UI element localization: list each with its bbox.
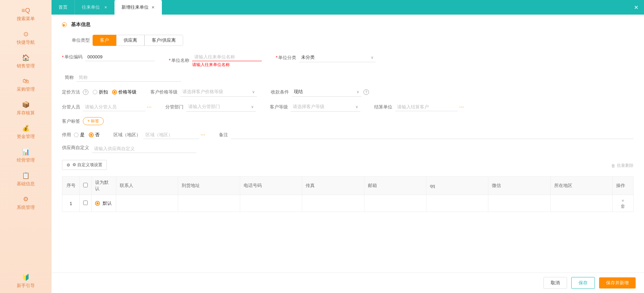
payment-terms-select[interactable]: 现结 ∨ bbox=[292, 87, 361, 97]
purchase-icon: 🛍 bbox=[23, 78, 29, 85]
custom-settings-btn[interactable]: ⚙ ⚙ 自定义项设置 bbox=[62, 160, 107, 170]
row-contact[interactable] bbox=[116, 195, 178, 212]
short-name-input[interactable] bbox=[77, 73, 181, 82]
customer-price-level-chevron: ∨ bbox=[252, 90, 255, 94]
tab-bar: 首页 往来单位 ✕ 新增往来单位 ✕ ✕ bbox=[52, 0, 644, 15]
disabled-radio-group: 是 否 bbox=[74, 132, 100, 138]
customer-level-select[interactable]: 请选择客户等级 ∨ bbox=[291, 102, 360, 112]
row-add-btn[interactable]: + bbox=[620, 198, 626, 203]
required-star-name: * bbox=[169, 58, 171, 63]
payment-help-icon[interactable]: ? bbox=[363, 89, 369, 95]
col-checkbox bbox=[80, 177, 92, 195]
form-content: ▶ 基本信息 单位类型 客户 供应离 客户/供应离 * 单位编码 bbox=[52, 15, 644, 272]
settlement-unit-input[interactable] bbox=[395, 103, 458, 111]
supplier-custom-input[interactable] bbox=[92, 145, 196, 153]
system-icon: ⚙ bbox=[23, 195, 29, 203]
type-btn-customer[interactable]: 客户 bbox=[93, 35, 116, 46]
tab-contacts[interactable]: 往来单位 ✕ bbox=[75, 0, 115, 15]
row-checkbox-input[interactable] bbox=[83, 201, 88, 205]
row-email[interactable] bbox=[364, 195, 426, 212]
quick-nav-icon: ⊙ bbox=[23, 30, 29, 38]
sidebar-item-system[interactable]: ⚙ 系统管理 bbox=[0, 191, 52, 215]
select-all-checkbox[interactable] bbox=[83, 183, 88, 187]
sidebar-item-operations[interactable]: 📊 经营管理 bbox=[0, 144, 52, 168]
row-phone-input[interactable] bbox=[244, 200, 298, 207]
sidebar-item-sales[interactable]: 🏠 销售管理 bbox=[0, 50, 52, 73]
radio-price-level[interactable]: 价格等级 bbox=[112, 89, 136, 95]
remark-input[interactable] bbox=[231, 131, 634, 139]
supervisor-input[interactable] bbox=[83, 103, 146, 111]
row-seq: 1 bbox=[62, 195, 80, 212]
unit-category-value: 未分类 bbox=[301, 54, 315, 60]
sidebar-item-quick-nav[interactable]: ⊙ 快捷导航 bbox=[0, 26, 52, 50]
supervisor-label: 分管人员 bbox=[62, 104, 80, 110]
radio-no-dot bbox=[90, 134, 92, 136]
row-qq[interactable] bbox=[426, 195, 488, 212]
row-delete-btn[interactable]: 🗑 bbox=[619, 203, 627, 209]
radio-discount-circle bbox=[93, 90, 97, 95]
settlement-unit-more-btn[interactable]: ··· bbox=[459, 104, 464, 110]
save-button[interactable]: 保存 bbox=[571, 277, 595, 289]
customer-price-level-label: 客户价格等级 bbox=[150, 89, 178, 95]
row-fax-input[interactable] bbox=[306, 200, 360, 207]
customer-price-level-select[interactable]: 请选择客户价格等级 ∨ bbox=[180, 87, 257, 97]
pricing-label: 定价方法 bbox=[62, 89, 80, 95]
add-tag-btn[interactable]: + 标签 bbox=[83, 117, 104, 125]
row-address-input[interactable] bbox=[182, 200, 236, 207]
required-star-category: * bbox=[276, 55, 277, 60]
type-btn-both[interactable]: 客户/供应离 bbox=[144, 35, 183, 46]
cancel-button[interactable]: 取消 bbox=[543, 277, 567, 289]
dept-select[interactable]: 请输入分管部门 ∨ bbox=[186, 102, 256, 112]
region-input[interactable] bbox=[143, 131, 199, 139]
sidebar-item-newbie[interactable]: 🔰 新手引导 bbox=[0, 269, 52, 293]
region-more-btn[interactable]: ··· bbox=[201, 132, 205, 138]
row-region[interactable] bbox=[550, 195, 612, 212]
unit-code-input[interactable] bbox=[85, 53, 155, 61]
row-default-dot bbox=[96, 202, 99, 204]
tab-bar-close-all[interactable]: ✕ bbox=[634, 4, 644, 11]
col-fax: 传真 bbox=[302, 177, 364, 195]
sidebar-item-purchase[interactable]: 🛍 采购管理 bbox=[0, 73, 52, 97]
supervisor-more-btn[interactable]: ··· bbox=[147, 104, 151, 110]
unit-category-select[interactable]: 未分类 ∨ bbox=[299, 53, 376, 62]
radio-no[interactable]: 否 bbox=[89, 132, 100, 138]
tab-new-contact-close[interactable]: ✕ bbox=[151, 5, 155, 10]
tab-home[interactable]: 首页 bbox=[52, 0, 75, 15]
col-contact: 联系人 bbox=[116, 177, 178, 195]
radio-yes-label: 是 bbox=[80, 132, 85, 138]
tab-new-contact[interactable]: 新增往来单位 ✕ bbox=[115, 0, 162, 15]
short-name-label: 简称 bbox=[65, 74, 74, 81]
row-address[interactable] bbox=[178, 195, 240, 212]
radio-discount-label: 折扣 bbox=[99, 89, 108, 95]
payment-terms-chevron: ∨ bbox=[356, 90, 359, 94]
row-wechat[interactable] bbox=[488, 195, 550, 212]
customer-level-placeholder: 请选择客户等级 bbox=[293, 104, 324, 110]
sidebar-label-purchase: 采购管理 bbox=[17, 86, 35, 92]
row-phone[interactable] bbox=[240, 195, 302, 212]
row-email-input[interactable] bbox=[368, 200, 423, 207]
sidebar-label-newbie: 新手引导 bbox=[17, 283, 35, 289]
unit-name-input[interactable] bbox=[192, 53, 262, 61]
unit-type-label: 单位类型 bbox=[62, 37, 90, 43]
tab-contacts-close[interactable]: ✕ bbox=[104, 5, 107, 10]
type-btn-supplier[interactable]: 供应离 bbox=[116, 35, 144, 46]
section-icon: ▶ bbox=[62, 22, 67, 27]
save-add-button[interactable]: 保存并新增 bbox=[599, 277, 636, 288]
sidebar-item-inventory[interactable]: 📦 库存核算 bbox=[0, 97, 52, 120]
row-region-input[interactable] bbox=[554, 200, 609, 207]
pricing-help-icon[interactable]: ? bbox=[83, 89, 88, 95]
radio-discount[interactable]: 折扣 bbox=[93, 89, 108, 95]
row-actions: + 🗑 bbox=[612, 195, 633, 212]
row-qq-input[interactable] bbox=[430, 200, 485, 207]
sidebar-item-basic[interactable]: 📋 基础信息 bbox=[0, 168, 52, 191]
dept-placeholder: 请输入分管部门 bbox=[188, 104, 220, 110]
row-wechat-input[interactable] bbox=[492, 200, 547, 207]
sidebar-item-finance[interactable]: 💰 资金管理 bbox=[0, 120, 52, 144]
row-fax[interactable] bbox=[302, 195, 364, 212]
batch-delete-btn[interactable]: 🗑 批量删除 bbox=[611, 163, 634, 169]
col-wechat: 微信 bbox=[488, 177, 550, 195]
row-default-radio[interactable]: 默认 bbox=[95, 200, 112, 206]
radio-yes[interactable]: 是 bbox=[74, 132, 85, 138]
row-contact-input[interactable] bbox=[120, 200, 174, 207]
sidebar-item-search[interactable]: ≡Q 搜索菜单 bbox=[0, 3, 52, 26]
